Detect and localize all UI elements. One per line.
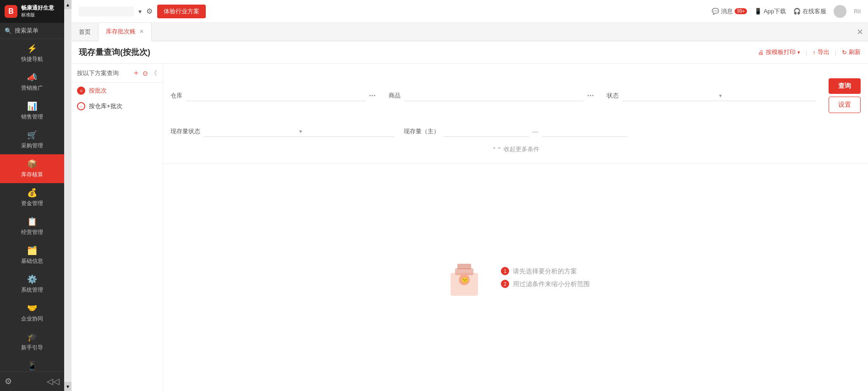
online-service-item[interactable]: 🎧 在线客服: [793, 7, 826, 16]
headset-icon: 🎧: [793, 8, 801, 15]
sidebar: B 畅康通好生意 标准版 🔍 搜索菜单 ⚡ 快捷导航 📣 营销推广 📊 销售管理…: [0, 0, 64, 391]
collapse-more-btn[interactable]: ⌃⌃ 收起更多条件: [170, 142, 861, 156]
batch-icon: ⊙: [77, 87, 85, 95]
tab-close-all-icon[interactable]: ✕: [857, 27, 863, 37]
status-dropdown-arrow: ▾: [719, 92, 816, 99]
app-download-item[interactable]: 📱 App下载: [754, 7, 786, 16]
messages-item[interactable]: 💬 消息 99+: [712, 7, 747, 16]
warehouse-batch-icon: ○: [77, 102, 85, 110]
purchase-icon: 🛒: [27, 130, 37, 140]
sidebar-item-finance[interactable]: 💰 资金管理: [0, 183, 64, 212]
left-panel: 按以下方案查询 ＋ ⊙ 《 ⊙ 按批次 ○: [71, 64, 163, 391]
sidebar-item-guide[interactable]: 🎓 新手引导: [0, 327, 64, 356]
inventory-amount-filter: 现存量（主） —: [404, 126, 628, 137]
sidebar-item-enterprise[interactable]: 🤝 企业协同: [0, 299, 64, 327]
left-panel-actions: ＋ ⊙ 《: [132, 68, 157, 78]
product-input[interactable]: [404, 90, 583, 101]
topbar: ▾ ⚙ 体验行业方案 💬 消息 99+ 📱 App下载 🎧 在线客服 Rit: [71, 0, 868, 23]
scheme-by-batch[interactable]: ⊙ 按批次: [71, 83, 163, 98]
chevron-up-icon: ⌃⌃: [492, 146, 502, 153]
warehouse-input[interactable]: [186, 90, 365, 101]
scheme-by-warehouse-batch[interactable]: ○ 按仓库+批次: [71, 98, 163, 114]
apps-icon: 📱: [27, 361, 37, 371]
collapse-left-panel-icon[interactable]: 《: [151, 69, 157, 77]
scroll-up-arrow[interactable]: ▲: [64, 0, 71, 9]
left-panel-header: 按以下方案查询 ＋ ⊙ 《: [71, 64, 163, 83]
topbar-gear-icon[interactable]: ⚙: [146, 7, 153, 16]
topbar-search-input[interactable]: [79, 6, 134, 16]
sidebar-item-label: 销售管理: [21, 113, 43, 121]
search-menu-item[interactable]: 🔍 搜索菜单: [0, 23, 64, 39]
status-filter: 状态 ▾: [607, 91, 816, 101]
tab-home[interactable]: 首页: [71, 23, 99, 41]
messages-label: 消息: [721, 7, 733, 16]
tab-home-label: 首页: [79, 28, 91, 36]
messages-badge: 99+: [735, 8, 747, 14]
inventory-amount-label: 现存量（主）: [404, 127, 439, 136]
sidebar-item-purchase[interactable]: 🛒 采购管理: [0, 125, 64, 154]
status-dropdown[interactable]: ▾: [622, 91, 816, 101]
empty-tips: 1 请先选择要分析的方案 2 用过滤条件来缩小分析范围: [501, 265, 590, 290]
warehouse-more-btn[interactable]: ···: [365, 91, 379, 101]
filter-area: 仓库 ··· 商品 ··· 状态: [163, 64, 868, 164]
svg-text:😕: 😕: [461, 277, 468, 283]
operations-icon: 📋: [27, 217, 37, 227]
refresh-label: 刷新: [849, 48, 861, 56]
query-button[interactable]: 查询: [829, 78, 861, 94]
filter-fields: 仓库 ··· 商品 ··· 状态: [170, 71, 861, 156]
user-avatar[interactable]: [834, 5, 846, 18]
empty-state-content: 😕 1 请先选择要分析的方案 2 用过滤条件来缩小分析范围: [441, 255, 590, 300]
body-layout: 按以下方案查询 ＋ ⊙ 《 ⊙ 按批次 ○: [71, 64, 868, 391]
refresh-btn[interactable]: ↻ 刷新: [842, 48, 861, 56]
warehouse-filter: 仓库 ···: [170, 90, 379, 101]
tip-2-text: 用过滤条件来缩小分析范围: [513, 277, 590, 290]
amount-dash: —: [529, 128, 542, 135]
print-btn[interactable]: 🖨 按模板打印 ▾: [758, 48, 800, 56]
empty-state: 😕 1 请先选择要分析的方案 2 用过滤条件来缩小分析范围: [163, 164, 868, 391]
page-actions: 🖨 按模板打印 ▾ | ↑ 导出 | ↻ 刷新: [758, 48, 861, 56]
status-label: 状态: [607, 92, 619, 100]
settings-scheme-icon[interactable]: ⊙: [143, 70, 148, 77]
sidebar-item-sales[interactable]: 📊 销售管理: [0, 97, 64, 125]
sidebar-item-apps[interactable]: 📱 应用中心: [0, 356, 64, 371]
collapse-sidebar-icon[interactable]: ◁◁: [47, 376, 60, 386]
sidebar-item-inventory[interactable]: 📦 库存核算: [0, 154, 64, 183]
sidebar-item-label: 基础信息: [21, 257, 43, 265]
warehouse-label: 仓库: [170, 92, 182, 100]
sidebar-item-basics[interactable]: 🗂️ 基础信息: [0, 241, 64, 270]
inventory-amount-from[interactable]: [443, 126, 529, 137]
left-panel-title: 按以下方案查询: [77, 69, 119, 77]
sidebar-item-quick-nav[interactable]: ⚡ 快捷导航: [0, 39, 64, 68]
product-label: 商品: [389, 92, 401, 100]
product-more-btn[interactable]: ···: [583, 91, 598, 101]
right-panel: 仓库 ··· 商品 ··· 状态: [163, 64, 868, 391]
sidebar-footer: ⚙ ◁◁: [0, 371, 64, 391]
experience-btn[interactable]: 体验行业方案: [157, 5, 206, 18]
tab-batch-account[interactable]: 库存批次账 ✕: [99, 23, 152, 41]
message-icon: 💬: [712, 8, 719, 15]
export-btn[interactable]: ↑ 导出: [813, 48, 830, 56]
filter-row-2: 现存量状态 ▾ 现存量（主） —: [170, 126, 861, 137]
collapse-more-label: 收起更多条件: [504, 145, 539, 153]
settings-button[interactable]: 设置: [829, 97, 861, 113]
add-scheme-icon[interactable]: ＋: [132, 68, 140, 78]
divider2: |: [835, 49, 836, 56]
print-dropdown-icon[interactable]: ▾: [797, 49, 800, 55]
settings-icon[interactable]: ⚙: [5, 376, 12, 386]
sidebar-item-system[interactable]: ⚙️ 系统管理: [0, 270, 64, 299]
tip-2-num: 2: [501, 280, 509, 288]
sidebar-nav: ⚡ 快捷导航 📣 营销推广 📊 销售管理 🛒 采购管理 📦 库存核算 💰 资金管…: [0, 39, 64, 371]
tip-1-text: 请先选择要分析的方案: [513, 265, 577, 277]
sidebar-item-operations[interactable]: 📋 经营管理: [0, 212, 64, 241]
main-area: ▾ ⚙ 体验行业方案 💬 消息 99+ 📱 App下载 🎧 在线客服 Rit 首…: [71, 0, 868, 391]
svg-rect-2: [457, 264, 471, 269]
inventory-status-dropdown[interactable]: ▾: [204, 126, 395, 137]
inventory-amount-to[interactable]: [542, 126, 628, 137]
sidebar-item-marketing[interactable]: 📣 营销推广: [0, 68, 64, 97]
filter-row-1: 仓库 ··· 商品 ··· 状态: [170, 71, 861, 120]
tab-close-icon[interactable]: ✕: [139, 28, 144, 35]
scroll-down-arrow[interactable]: ▼: [64, 382, 71, 391]
by-batch-label: 按批次: [89, 87, 107, 95]
topbar-dropdown-btn[interactable]: ▾: [138, 8, 142, 15]
print-icon: 🖨: [758, 49, 764, 56]
